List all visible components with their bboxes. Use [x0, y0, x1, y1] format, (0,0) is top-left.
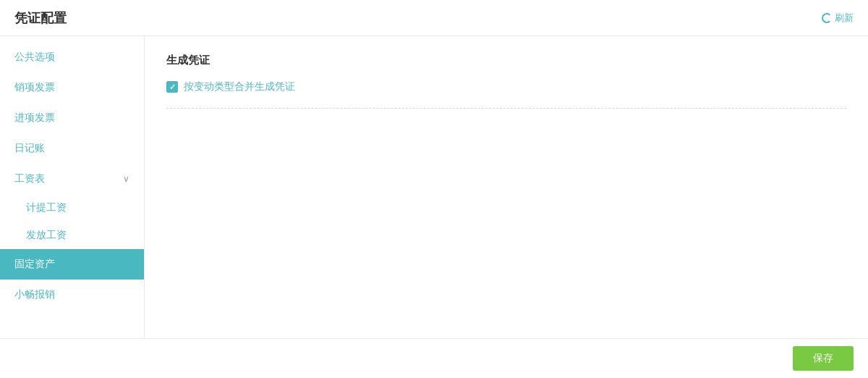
sidebar-item-label: 计提工资: [26, 201, 67, 213]
sidebar-item-journal[interactable]: 日记账: [0, 133, 144, 164]
section-title: 生成凭证: [166, 54, 846, 67]
sidebar-item-label: 公共选项: [14, 51, 55, 64]
sidebar: 公共选项 销项发票 进项发票 日记账 工资表 ∨ 计提工资 发放工资 固定资产 …: [0, 36, 145, 338]
save-button[interactable]: 保存: [793, 346, 854, 371]
refresh-icon: [822, 13, 832, 23]
sidebar-item-expense[interactable]: 小畅报销: [0, 280, 144, 310]
sidebar-item-payroll[interactable]: 工资表 ∨: [0, 164, 144, 194]
merge-by-type-checkbox[interactable]: [166, 81, 178, 93]
section-divider: [166, 108, 846, 109]
content-area: 生成凭证 按变动类型合并生成凭证: [145, 36, 868, 338]
sidebar-item-public[interactable]: 公共选项: [0, 42, 144, 72]
sidebar-item-label: 小畅报销: [14, 288, 55, 301]
sidebar-item-label: 销项发票: [14, 81, 55, 94]
sidebar-item-sales-invoice[interactable]: 销项发票: [0, 72, 144, 103]
refresh-button[interactable]: 刷新: [822, 12, 854, 25]
sidebar-item-label: 固定资产: [14, 258, 55, 271]
sidebar-item-pay-salary[interactable]: 发放工资: [0, 222, 144, 249]
page-title: 凭证配置: [14, 9, 67, 27]
sidebar-item-label: 日记账: [14, 142, 45, 155]
sidebar-item-label: 进项发票: [14, 112, 55, 125]
checkbox-label: 按变动类型合并生成凭证: [184, 80, 295, 93]
page-header: 凭证配置 刷新: [0, 0, 868, 36]
sidebar-item-label: 发放工资: [26, 229, 67, 240]
chevron-down-icon: ∨: [123, 174, 129, 184]
sidebar-item-label: 工资表: [14, 172, 45, 185]
checkbox-row[interactable]: 按变动类型合并生成凭证: [166, 80, 846, 93]
main-container: 公共选项 销项发票 进项发票 日记账 工资表 ∨ 计提工资 发放工资 固定资产 …: [0, 36, 868, 338]
sidebar-item-purchase-invoice[interactable]: 进项发票: [0, 103, 144, 133]
refresh-label: 刷新: [835, 12, 854, 25]
sidebar-item-calc-salary[interactable]: 计提工资: [0, 194, 144, 222]
sidebar-item-fixed-assets[interactable]: 固定资产: [0, 249, 144, 280]
page-footer: 保存: [0, 338, 868, 378]
